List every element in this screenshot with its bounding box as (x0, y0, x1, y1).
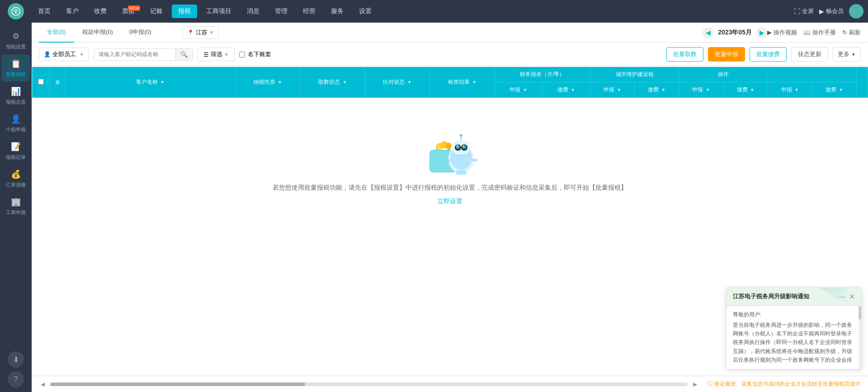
nav-customer[interactable]: 客户 (60, 5, 85, 18)
filter-fin-declare-icon[interactable]: ▼ (523, 87, 528, 92)
filter-customer-icon[interactable]: ▼ (160, 80, 165, 85)
annual-report-icon: 🏢 (10, 196, 21, 207)
next-month-button[interactable]: ▶ (756, 27, 767, 38)
nav-business[interactable]: 工商项目 (200, 5, 238, 18)
membership-button[interactable]: ▶ 畅会员 (819, 7, 844, 15)
tab-tax-declaration[interactable]: 税款申报(0) (74, 23, 121, 43)
more-chevron-icon: ▼ (851, 52, 856, 57)
notification-scroll-thumb (859, 306, 861, 320)
tab-zero-declaration[interactable]: 0申报(0) (121, 23, 160, 43)
filter-checkresult-icon[interactable]: ▼ (472, 80, 476, 85)
employee-icon: 👤 (44, 51, 51, 57)
notif-minimize-icon[interactable]: — (839, 293, 845, 300)
logo-icon (8, 3, 24, 19)
prev-month-button[interactable]: ◀ (703, 27, 713, 38)
nav-management[interactable]: 管理 (269, 5, 294, 18)
nav-home[interactable]: 首页 (32, 5, 57, 18)
employee-select[interactable]: 👤 全部员工 ▼ (39, 48, 89, 61)
status-update-button[interactable]: 状态更新 (791, 47, 828, 62)
app-logo[interactable] (5, 2, 27, 20)
robot-illustration (420, 125, 479, 184)
nav-settings[interactable]: 设置 (353, 5, 378, 18)
filter-urban-declare-icon[interactable]: ▼ (706, 87, 710, 92)
th-vat: 城市维护建设税 (590, 67, 679, 82)
th-compare-status: 比对状态 ▼ (365, 67, 429, 98)
batch-pay-button[interactable]: 批量缴费 (750, 47, 787, 62)
sidebar-item-settlement[interactable]: 💰 汇算清缴 (1, 165, 30, 192)
th-settings-icon: ⚙ (50, 67, 66, 98)
filter-comparestatus-icon[interactable]: ▼ (407, 80, 412, 85)
nav-message[interactable]: 消息 (241, 5, 266, 18)
svg-point-20 (457, 145, 458, 146)
nav-service[interactable]: 服务 (325, 5, 350, 18)
user-avatar[interactable] (849, 4, 863, 19)
th-check-result: 检查结果 ▼ (430, 67, 495, 98)
sidebar-item-personal-tax[interactable]: 👤 个税申报 (1, 110, 30, 137)
warning-bar: ⓘ 验证账密、采集信息均成功的企业才会流转至批量报税页面中 (707, 380, 861, 388)
filter-vat-declare-icon[interactable]: ▼ (617, 87, 621, 92)
tab-right-actions: ▶ 操作视频 📖 操作手册 ↻ 刷新 (767, 29, 861, 37)
horizontal-scrollbar[interactable] (50, 382, 688, 386)
province-selector[interactable]: 📍 江苏 ▼ (182, 26, 219, 39)
th-financial-pay: 缴费 ▼ (542, 82, 590, 98)
nav-operation[interactable]: 经营 (297, 5, 322, 18)
setup-link[interactable]: 立即设置 (437, 197, 462, 206)
employee-chevron-icon: ▼ (80, 52, 84, 57)
sidebar-item-tax-overview[interactable]: 📊 报税总览 (1, 82, 30, 109)
scroll-left-arrow[interactable]: ◀ (39, 381, 47, 387)
filter-fetchstatus-icon[interactable]: ▼ (342, 80, 347, 85)
tab-all[interactable]: 全部(0) (39, 23, 74, 43)
th-customer-name: 客户名称 ▼ (66, 67, 236, 98)
batch-declare-button[interactable]: 批量申报 (708, 47, 745, 62)
search-button[interactable]: 🔍 (175, 49, 193, 60)
download-icon[interactable]: ⬇ (8, 351, 24, 368)
refresh-button[interactable]: ↻ 刷新 (842, 29, 861, 37)
notification-close-button[interactable]: ✕ (849, 292, 855, 301)
accounts-checkbox[interactable] (239, 52, 245, 57)
warning-icon: ⓘ (707, 380, 712, 388)
th-financial-declare: 申报 ▼ (495, 82, 542, 98)
operation-manual-button[interactable]: 📖 操作手册 (803, 29, 836, 37)
notification-greeting: 尊敬的用户: (733, 311, 855, 319)
checkbox-label[interactable]: 名下账套 (239, 50, 271, 58)
filter-edu-pay-icon[interactable]: ▼ (839, 87, 844, 92)
top-navigation: 首页 客户 收费 票据 NEW 记账 报税 工商项目 消息 管理 经营 服务 设… (0, 0, 868, 23)
select-all-checkbox[interactable] (38, 79, 44, 85)
nav-fees[interactable]: 收费 (88, 5, 113, 18)
search-input[interactable] (94, 49, 175, 60)
operation-video-button[interactable]: ▶ 操作视频 (767, 29, 797, 37)
filter-taxtype-icon[interactable]: ▼ (278, 80, 282, 85)
fullscreen-button[interactable]: ⛶ 全屏 (794, 7, 814, 15)
bottom-bar: ◀ ▶ ⓘ 验证账密、采集信息均成功的企业才会流转至批量报税页面中 (32, 376, 868, 392)
sidebar-item-tax-records[interactable]: 📝 报税记录 (1, 138, 30, 164)
invoice-badge: NEW (128, 5, 140, 11)
sidebar-item-annual-report[interactable]: 🏢 工商年报 (1, 193, 30, 220)
filter-fin-pay-icon[interactable]: ▼ (571, 87, 575, 92)
settlement-icon: 💰 (10, 169, 21, 180)
toolbar: 👤 全部员工 ▼ 🔍 ☰ 筛选 ▼ 名下账套 批量取数 批量申报 批量缴费 状态… (32, 43, 868, 67)
nav-bookkeeping[interactable]: 记账 (144, 5, 169, 18)
svg-point-14 (463, 146, 464, 147)
scroll-thumb (50, 382, 305, 386)
svg-rect-19 (456, 170, 467, 175)
svg-rect-18 (472, 159, 477, 162)
scroll-right-arrow[interactable]: ▶ (691, 381, 699, 387)
notification-content: 受当前电子税务局进一步升级的影响，同一个政务网账号（办税人）名下的企业不能再同时… (733, 321, 855, 364)
help-icon[interactable]: ? (8, 371, 24, 387)
sidebar-item-batch-tax[interactable]: 📋 批量报税 (1, 55, 30, 81)
sidebar-item-tax-settings[interactable]: ⚙ 报税设置 (1, 27, 30, 54)
filter-urban-pay-icon[interactable]: ▼ (750, 87, 755, 92)
more-button[interactable]: 更多 ▼ (833, 47, 861, 62)
th-edu-declare: 申报 ▼ (768, 82, 812, 98)
nav-tax[interactable]: 报税 (172, 5, 197, 18)
filter-button[interactable]: ☰ 筛选 ▼ (198, 48, 235, 61)
filter-edu-declare-icon[interactable]: ▼ (794, 87, 799, 92)
tax-overview-icon: 📊 (10, 86, 21, 97)
filter-vat-pay-icon[interactable]: ▼ (661, 87, 666, 92)
province-icon: 📍 (187, 29, 194, 36)
tax-settings-icon: ⚙ (10, 31, 21, 42)
th-edu-surcharge (768, 67, 857, 82)
notification-scrollbar[interactable] (859, 306, 861, 369)
batch-fetch-button[interactable]: 批量取数 (666, 47, 703, 62)
nav-invoice[interactable]: 票据 NEW (116, 5, 141, 18)
